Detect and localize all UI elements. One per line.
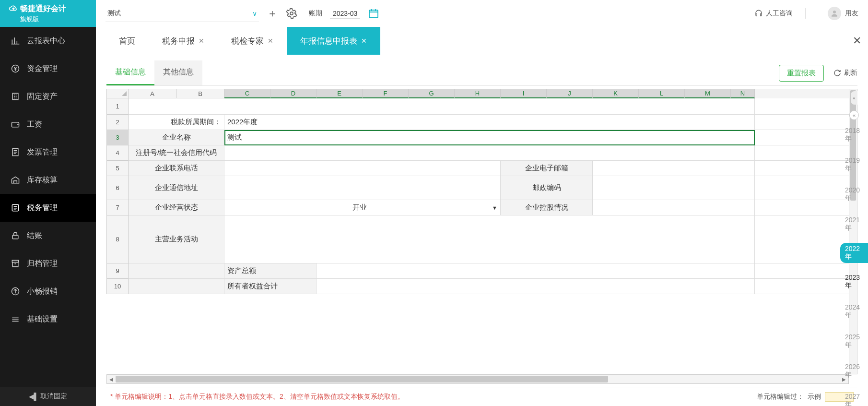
sidebar-item-6[interactable]: 税务管理 (0, 194, 96, 222)
row-header-2[interactable]: 2 (106, 115, 129, 130)
year-2021年[interactable]: 2021年 (840, 213, 868, 235)
col-header-J[interactable]: J (547, 89, 593, 98)
legend-example-label: 示例 (808, 393, 821, 401)
address-input[interactable] (224, 176, 501, 200)
year-2023年[interactable]: 2023年 (840, 271, 868, 293)
horizontal-scrollbar[interactable]: ◀ ▶ (106, 374, 849, 384)
col-header-C[interactable]: C (224, 89, 270, 98)
calendar-icon[interactable] (368, 8, 379, 19)
year-2027年[interactable]: 2027年 (840, 390, 868, 406)
tab-1[interactable]: 税务申报✕ (149, 27, 218, 55)
row-header-10[interactable]: 10 (106, 279, 129, 294)
col-header-G[interactable]: G (409, 89, 455, 98)
close-icon[interactable]: ✕ (268, 37, 273, 45)
row-header-6[interactable]: 6 (106, 176, 129, 200)
row10-ab (129, 279, 224, 294)
user-menu[interactable]: 用友 (828, 7, 858, 20)
tab-3[interactable]: 年报信息申报表✕ (287, 27, 380, 55)
equity-input[interactable] (317, 279, 755, 294)
warehouse-icon (11, 175, 20, 185)
sidebar-item-1[interactable]: 资金管理 (0, 55, 96, 83)
close-all-tabs[interactable]: ✕ (853, 35, 861, 47)
add-button[interactable]: ＋ (267, 8, 278, 19)
col-header-F[interactable]: F (363, 89, 409, 98)
rail-collapse[interactable]: « (851, 91, 857, 105)
mainbiz-input[interactable] (224, 215, 755, 263)
postcode-input[interactable] (593, 176, 755, 200)
consult-button[interactable]: 人工咨询 (754, 9, 793, 18)
period-value[interactable]: 2023-03 (330, 9, 360, 19)
hscroll-left[interactable]: ◀ (107, 375, 116, 383)
year-2026年[interactable]: 2026年 (840, 360, 868, 382)
sidebar-item-label: 库存核算 (27, 175, 58, 185)
postcode-label: 邮政编码 (501, 176, 593, 200)
col-header-A[interactable]: A (129, 89, 176, 98)
col-header-E[interactable]: E (317, 89, 363, 98)
year-2018年[interactable]: 2018年 (840, 124, 868, 146)
company-dropdown[interactable]: 测试 ∨ (106, 5, 259, 22)
footnote: * 单元格编辑说明：1、点击单元格直接录入数值或文本。2、清空单元格数值或文本恢… (106, 387, 857, 406)
sidebar-item-label: 发票管理 (27, 147, 58, 157)
sidebar-item-5[interactable]: 库存核算 (0, 166, 96, 194)
subtab-1[interactable]: 其他信息 (154, 60, 202, 85)
lock-icon (11, 231, 20, 240)
unpin-button[interactable]: ◀▌ 取消固定 (0, 387, 96, 406)
rail-scroll-up[interactable]: « (849, 110, 859, 120)
company-name-input[interactable]: 测试 (224, 130, 755, 145)
status-dropdown[interactable]: 开业▼ (224, 200, 501, 215)
year-2022年[interactable]: 2022年 (840, 243, 868, 263)
row-header-8[interactable]: 8 (106, 215, 129, 263)
sidebar-item-label: 小畅报销 (27, 287, 58, 297)
year-2024年[interactable]: 2024年 (840, 300, 868, 322)
year-2025年[interactable]: 2025年 (840, 330, 868, 352)
col-header-D[interactable]: D (270, 89, 317, 98)
close-icon[interactable]: ✕ (199, 37, 204, 45)
hscroll-thumb[interactable] (116, 376, 608, 382)
col-header-H[interactable]: H (455, 89, 501, 98)
sidebar-item-8[interactable]: 归档管理 (0, 250, 96, 277)
row-header-7[interactable]: 7 (106, 200, 129, 215)
tab-0[interactable]: 首页 (106, 27, 149, 55)
sidebar-item-10[interactable]: 基础设置 (0, 305, 96, 333)
chevron-down-icon: ∨ (252, 10, 257, 17)
sidebar-item-7[interactable]: 结账 (0, 222, 96, 250)
sidebar-item-9[interactable]: 小畅报销 (0, 277, 96, 305)
holding-label: 企业控股情况 (501, 200, 593, 215)
row-header-5[interactable]: 5 (106, 161, 129, 176)
tab-label: 税务申报 (162, 36, 195, 47)
sidebar-item-label: 结账 (27, 231, 42, 241)
holding-input[interactable] (593, 200, 755, 215)
year-2020年[interactable]: 2020年 (840, 183, 868, 205)
email-input[interactable] (593, 161, 755, 176)
sheet-corner[interactable] (106, 89, 129, 98)
reset-button[interactable]: 重置报表 (779, 65, 824, 82)
subtab-0[interactable]: 基础信息 (106, 60, 154, 85)
svg-point-8 (290, 12, 293, 15)
row-header-1[interactable]: 1 (106, 98, 129, 115)
row-header-4[interactable]: 4 (106, 145, 129, 161)
col-header-L[interactable]: L (639, 89, 685, 98)
tab-2[interactable]: 税检专家✕ (218, 27, 287, 55)
close-icon[interactable]: ✕ (361, 37, 367, 45)
col-header-N[interactable]: N (731, 89, 755, 98)
sidebar-item-2[interactable]: 固定资产 (0, 83, 96, 110)
refresh-button[interactable]: 刷新 (833, 69, 857, 77)
col-header-B[interactable]: B (176, 89, 224, 98)
settings-button[interactable] (286, 8, 297, 19)
sidebar-item-0[interactable]: 云报表中心 (0, 27, 96, 55)
reg-code-input[interactable] (224, 145, 755, 160)
col-header-I[interactable]: I (501, 89, 547, 98)
col-header-M[interactable]: M (685, 89, 731, 98)
unpin-label: 取消固定 (40, 392, 67, 401)
row-header-3[interactable]: 3 (106, 130, 129, 145)
phone-input[interactable] (224, 161, 501, 176)
spreadsheet[interactable]: ABCDEFGHIJKLMN 12345678910 税款所属期间：2022年度… (106, 89, 857, 384)
year-rail: « « 2018年2019年2020年2021年2022年2023年2024年2… (840, 91, 868, 406)
consult-label: 人工咨询 (766, 9, 793, 18)
year-2019年[interactable]: 2019年 (840, 154, 868, 176)
assets-input[interactable] (317, 263, 755, 278)
col-header-K[interactable]: K (593, 89, 639, 98)
sidebar-item-3[interactable]: 工资 (0, 110, 96, 138)
row-header-9[interactable]: 9 (106, 263, 129, 279)
sidebar-item-4[interactable]: 发票管理 (0, 138, 96, 166)
